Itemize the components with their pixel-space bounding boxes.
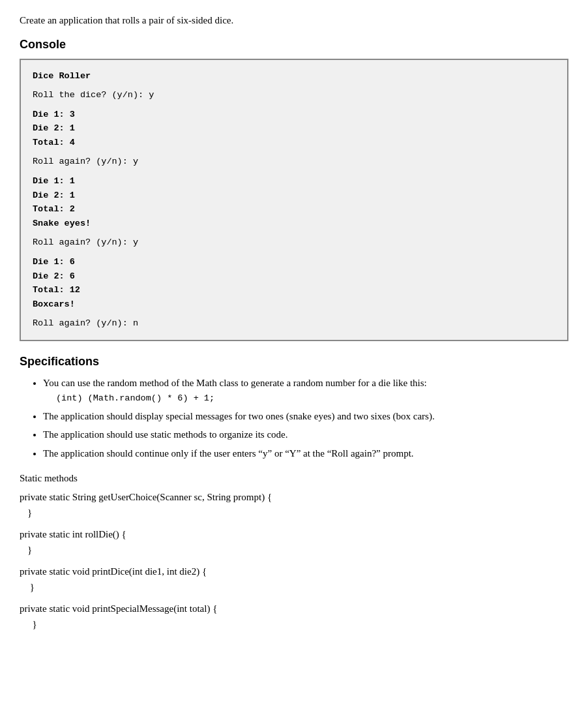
spec-item-2: The application should display special m…	[43, 409, 568, 424]
console-line-title: Dice Roller	[33, 69, 555, 83]
spec-item-1-text: You can use the random method of the Mat…	[43, 378, 427, 388]
spec-item-4: The application should continue only if …	[43, 446, 568, 461]
spec-item-4-text: The application should continue only if …	[43, 448, 414, 459]
intro-text: Create an application that rolls a pair …	[20, 13, 568, 28]
console-line-die1-r2: Die 1: 1	[33, 174, 555, 189]
console-line-total-r2: Total: 2	[33, 202, 555, 217]
static-methods-section: Static methods private static String get…	[20, 471, 568, 632]
console-box: Dice Roller Roll the dice? (y/n): y Die …	[20, 59, 568, 342]
method-printSpecialMessage-sig: private static void printSpecialMessage(…	[20, 601, 568, 616]
console-line-total-r3: Total: 12	[33, 283, 555, 297]
console-line-again1: Roll again? (y/n): y	[33, 155, 555, 169]
method-printDice-body: }	[27, 580, 568, 595]
method-printDice-sig: private static void printDice(int die1, …	[20, 564, 568, 579]
specifications-title: Specifications	[20, 353, 568, 371]
console-line-again2: Roll again? (y/n): y	[33, 235, 555, 250]
console-line-die1-r3: Die 1: 6	[33, 255, 555, 269]
method-getUserChoice-body: }	[27, 506, 568, 521]
method-getUserChoice-sig: private static String getUserChoice(Scan…	[20, 490, 568, 505]
console-line-again3: Roll again? (y/n): n	[33, 316, 555, 331]
console-line-die1-r1: Die 1: 3	[33, 108, 555, 122]
console-line-boxcars: Boxcars!	[33, 297, 555, 312]
spec-item-3: The application should use static method…	[43, 427, 568, 442]
method-rollDie-body: }	[27, 543, 568, 558]
console-line-total-r1: Total: 4	[33, 136, 555, 150]
static-methods-label: Static methods	[20, 471, 568, 486]
method-rollDie-sig: private static int rollDie() {	[20, 527, 568, 542]
console-line-die2-r1: Die 2: 1	[33, 121, 555, 136]
console-title: Console	[20, 36, 568, 53]
specifications-section: Specifications You can use the random me…	[20, 353, 568, 461]
console-line-snake-eyes: Snake eyes!	[33, 217, 555, 231]
spec-item-2-text: The application should display special m…	[43, 411, 435, 421]
specs-list: You can use the random method of the Mat…	[20, 376, 568, 461]
spec-item-1-code: (int) (Math.random() * 6) + 1;	[56, 392, 568, 405]
console-line-roll1: Roll the dice? (y/n): y	[33, 88, 555, 102]
console-line-die2-r2: Die 2: 1	[33, 189, 555, 203]
method-printSpecialMessage-body: }	[27, 617, 568, 632]
console-line-die2-r3: Die 2: 6	[33, 269, 555, 284]
spec-item-1: You can use the random method of the Mat…	[43, 376, 568, 405]
spec-item-3-text: The application should use static method…	[43, 429, 287, 440]
